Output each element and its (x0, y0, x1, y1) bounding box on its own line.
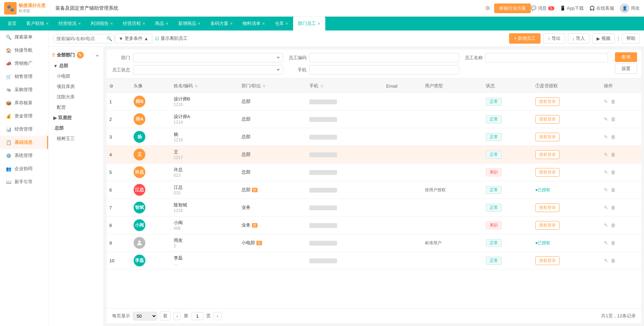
help-icon[interactable]: | (618, 36, 619, 41)
first-page-btn[interactable]: 首 (160, 311, 171, 320)
auth-login-btn[interactable]: 授权登录 (535, 115, 560, 124)
sort-name-icon[interactable]: ⇅ (195, 84, 198, 88)
col-settings[interactable]: ⚙ (107, 79, 131, 93)
sort-phone-icon[interactable]: ⇅ (320, 84, 323, 88)
search-button[interactable]: 🔍 (107, 36, 112, 41)
auth-login-btn[interactable]: 授权登录 (535, 150, 560, 159)
edit-icon[interactable]: ✎ (604, 258, 608, 263)
dept-item-peihuo[interactable]: 配货 (48, 102, 103, 113)
auth-login-btn[interactable]: 授权登录 (535, 221, 560, 230)
delete-icon[interactable]: 🗑 (611, 258, 616, 263)
nav-barcode[interactable]: 条码方案✕ (206, 17, 238, 30)
edit-icon[interactable]: ✎ (604, 169, 608, 175)
page-input[interactable] (191, 312, 203, 320)
sidebar-item-nav[interactable]: 🏠 快捷导航 (0, 44, 48, 57)
page-size-select[interactable]: 50 20 100 (133, 312, 157, 320)
dept-filter-select[interactable] (133, 53, 283, 62)
delete-icon[interactable]: 🗑 (611, 222, 616, 228)
video-btn[interactable]: ▶ 视频 (592, 33, 615, 44)
sidebar-item-system[interactable]: ⚙️ 系统管理 (0, 149, 48, 162)
nav-bom[interactable]: 物料清单✕ (238, 17, 270, 30)
nav-close-customer[interactable]: ✕ (46, 21, 49, 26)
nav-close-history[interactable]: ✕ (142, 21, 145, 26)
nav-add-goods[interactable]: 新增商品✕ (173, 17, 206, 30)
nav-close-barcode[interactable]: ✕ (230, 21, 233, 26)
dept-item-xiaodian[interactable]: 小电部 (48, 71, 103, 81)
filter-settings-btn[interactable]: 设置 (615, 63, 637, 74)
sidebar-item-inventory[interactable]: 📦 库存核算 (0, 96, 48, 109)
edit-icon[interactable]: ✎ (604, 116, 608, 122)
sidebar-item-marketing[interactable]: 📣 营销推广 (0, 57, 48, 70)
export-btn[interactable]: ↑ 导出 (543, 33, 565, 44)
delete-icon[interactable]: 🗑 (611, 116, 616, 122)
nav-close-profit[interactable]: ✕ (110, 21, 113, 26)
dept-group-shuangluxiang[interactable]: ▶ 双鹿想 (48, 113, 103, 123)
msg-item[interactable]: 💬 消息 5 (531, 5, 554, 11)
sidebar-item-basicinfo[interactable]: 📋 基础信息 (0, 136, 48, 149)
nav-close-dept-staff[interactable]: ✕ (317, 21, 320, 26)
dept-item-shenyang[interactable]: 沈阳大库 (48, 92, 103, 102)
delete-icon[interactable]: 🗑 (611, 134, 616, 140)
nav-close-add-goods[interactable]: ✕ (198, 21, 201, 26)
user-menu[interactable]: 👤 用友 (620, 3, 640, 13)
nav-close-operation[interactable]: ✕ (78, 21, 81, 26)
sidebar-item-search[interactable]: 🔍 搜索菜单 (0, 30, 48, 44)
dept-item-xiangmu[interactable]: 项目库房 (48, 81, 103, 92)
edit-icon[interactable]: ✎ (604, 99, 608, 104)
delete-icon[interactable]: 🗑 (611, 205, 616, 210)
nav-close-warehouse[interactable]: ✕ (285, 21, 288, 26)
help-btn[interactable]: 帮助 (622, 33, 640, 44)
sort-dept-icon[interactable]: ⇅ (263, 84, 265, 88)
auth-login-btn[interactable]: 授权登录 (535, 168, 560, 177)
search-query-btn[interactable]: 查询 (615, 52, 637, 62)
sidebar-item-management[interactable]: 📊 经营管理 (0, 123, 48, 136)
sidebar-item-cooperation[interactable]: 👥 企业协同 (0, 162, 48, 175)
delete-icon[interactable]: 🗑 (611, 152, 616, 157)
nav-home[interactable]: 首页 (3, 17, 21, 30)
dept-group-zongbu[interactable]: 总部 (48, 123, 103, 133)
phone-input[interactable] (309, 65, 460, 74)
auth-login-btn[interactable]: 授权登录 (535, 97, 560, 106)
gear-button[interactable]: ⚙ (483, 4, 492, 12)
edit-icon[interactable]: ✎ (604, 205, 608, 210)
delete-icon[interactable]: 🗑 (611, 99, 616, 104)
app-download[interactable]: 📱 App下载 (560, 5, 584, 11)
auth-login-btn[interactable]: 授权登录 (535, 256, 560, 265)
dept-edit-btn[interactable]: ✎ (77, 52, 84, 59)
col-phone[interactable]: 手机 ⇅ (307, 79, 383, 93)
nav-dept-staff[interactable]: 部门员工✕ (293, 17, 325, 30)
nav-profit[interactable]: 利润报告✕ (86, 17, 118, 30)
dept-collapse-btn[interactable]: « (95, 52, 100, 59)
search-input[interactable] (53, 34, 115, 43)
delete-icon[interactable]: 🗑 (611, 240, 616, 246)
sidebar-item-purchase[interactable]: 🛍 采购管理 (0, 83, 48, 96)
edit-icon[interactable]: ✎ (604, 134, 608, 140)
auth-login-btn[interactable]: 授权登录 (535, 203, 560, 212)
nav-goods[interactable]: 商品✕ (150, 17, 173, 30)
sidebar-item-sales[interactable]: 🛒 销售管理 (0, 70, 48, 83)
dept-item-zhishu[interactable]: 植树王三 (48, 133, 103, 144)
import-btn[interactable]: ↓ 导入 (568, 33, 590, 44)
sidebar-item-finance[interactable]: 💰 资金管理 (0, 109, 48, 123)
emp-code-input[interactable] (309, 53, 460, 62)
edit-icon[interactable]: ✎ (604, 187, 608, 193)
nav-history[interactable]: 经营历程✕ (118, 17, 150, 30)
prev-page-btn[interactable]: ‹ (173, 312, 181, 320)
edit-icon[interactable]: ✎ (604, 240, 608, 246)
delete-icon[interactable]: 🗑 (611, 187, 616, 193)
col-name[interactable]: 姓名/编码 ⇅ (171, 79, 239, 93)
next-page-btn[interactable]: › (214, 312, 221, 320)
online-service[interactable]: 🎧 在线客服 (589, 5, 614, 11)
nav-close-bom[interactable]: ✕ (262, 21, 265, 26)
dept-group-head[interactable]: ▼ 总部 (48, 61, 103, 71)
emp-name-input[interactable] (486, 53, 608, 62)
nav-operation[interactable]: 经营情况✕ (54, 17, 86, 30)
nav-close-goods[interactable]: ✕ (165, 21, 169, 26)
sidebar-item-guide[interactable]: 📖 新手引导 (0, 175, 48, 188)
edit-icon[interactable]: ✎ (604, 152, 608, 157)
nav-customer[interactable]: 客户联络✕ (21, 17, 54, 30)
emp-status-select[interactable] (133, 65, 283, 74)
edit-icon[interactable]: ✎ (604, 222, 608, 228)
auth-login-btn[interactable]: 授权登录 (535, 133, 560, 141)
try-btn[interactable]: 体验行业方案 (494, 3, 531, 13)
